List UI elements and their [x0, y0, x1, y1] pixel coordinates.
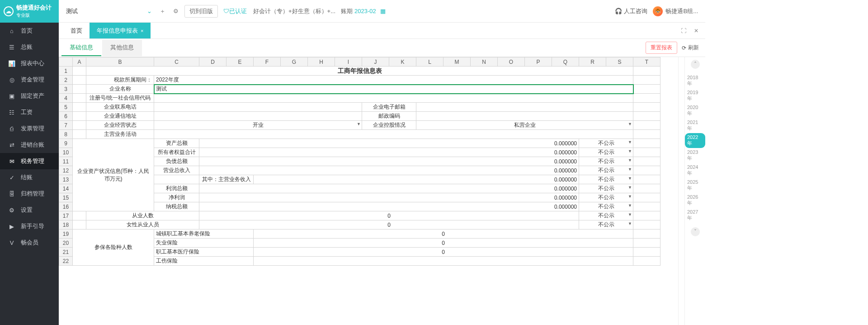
row-header-7[interactable]: 7 — [59, 121, 73, 130]
row-header-8[interactable]: 8 — [59, 130, 73, 139]
postcode-input[interactable] — [416, 112, 633, 121]
company-selector[interactable]: 测试 ⌄ — [66, 7, 152, 15]
company-name-input[interactable]: 测试 — [154, 85, 633, 94]
row-header-18[interactable]: 18 — [59, 220, 73, 229]
fin-pub-9[interactable]: 不公示▼ — [579, 139, 633, 148]
year-up-icon[interactable]: ˄ — [691, 60, 700, 69]
col-header-P[interactable]: P — [525, 57, 552, 67]
expand-icon[interactable]: ⛶ — [678, 25, 689, 36]
col-header-I[interactable]: I — [335, 57, 362, 67]
fin-pub-11[interactable]: 不公示▼ — [579, 157, 633, 166]
fin-value-16[interactable]: 0.000000 — [199, 202, 579, 211]
switch-old-button[interactable]: 切到旧版 — [184, 5, 218, 18]
female-pub[interactable]: 不公示▼ — [579, 220, 633, 229]
year-2027年[interactable]: 2027年 — [685, 208, 705, 223]
row-header-5[interactable]: 5 — [59, 103, 73, 112]
row-header-9[interactable]: 9 — [59, 139, 73, 148]
period-value[interactable]: 2022年度 — [154, 76, 633, 85]
col-header-O[interactable]: O — [498, 57, 525, 67]
email-input[interactable] — [416, 103, 633, 112]
holding-select[interactable]: 私营企业▼ — [416, 121, 633, 130]
year-2018年[interactable]: 2018年 — [685, 73, 705, 88]
col-header-Q[interactable]: Q — [552, 57, 579, 67]
sidebar-item-invoice[interactable]: ⎙发票管理 — [0, 120, 59, 137]
sidebar-item-settings[interactable]: ⚙设置 — [0, 202, 59, 218]
close-tab-icon[interactable]: ✕ — [691, 25, 702, 36]
sidebar-item-guide[interactable]: ▶新手引导 — [0, 218, 59, 234]
period-value[interactable]: 2023-02 — [354, 8, 376, 14]
addr-input[interactable] — [154, 112, 362, 121]
col-header-D[interactable]: D — [199, 57, 226, 67]
sidebar-item-report[interactable]: 📊报表中心 — [0, 55, 59, 72]
row-header-21[interactable]: 21 — [59, 248, 73, 257]
emp-value[interactable]: 0 — [199, 211, 579, 220]
row-header-10[interactable]: 10 — [59, 148, 73, 157]
year-2024年[interactable]: 2024年 — [685, 163, 705, 178]
spreadsheet[interactable]: ABCDEFGHIJKLMNOPQRST1工商年报信息表2税款所属期间：2022… — [59, 57, 678, 325]
sidebar-item-funds[interactable]: ◎资金管理 — [0, 72, 59, 88]
row-header-14[interactable]: 14 — [59, 184, 73, 193]
ins-value-22[interactable] — [254, 257, 633, 266]
col-header-C[interactable]: C — [154, 57, 199, 67]
col-header-F[interactable]: F — [254, 57, 281, 67]
year-2021年[interactable]: 2021年 — [685, 118, 705, 133]
tab-年报信息申报表[interactable]: 年报信息申报表× — [90, 23, 151, 38]
row-header-3[interactable]: 3 — [59, 85, 73, 94]
year-2022年[interactable]: 2022年 — [685, 133, 705, 148]
sidebar-item-stock[interactable]: ⇄进销台账 — [0, 137, 59, 153]
row-header-19[interactable]: 19 — [59, 229, 73, 239]
year-2019年[interactable]: 2019年 — [685, 88, 705, 103]
support-link[interactable]: 🎧 人工咨询 — [615, 7, 647, 15]
row-header-1[interactable]: 1 — [59, 67, 73, 76]
col-header-T[interactable]: T — [633, 57, 660, 67]
year-2026年[interactable]: 2026年 — [685, 193, 705, 208]
ins-value-19[interactable]: 0 — [254, 229, 633, 239]
fin-pub-10[interactable]: 不公示▼ — [579, 148, 633, 157]
ins-value-21[interactable]: 0 — [254, 248, 633, 257]
emp-pub[interactable]: 不公示▼ — [579, 211, 633, 220]
row-header-13[interactable]: 13 — [59, 175, 73, 184]
op-status-select[interactable]: 开业▼ — [154, 121, 362, 130]
year-2020年[interactable]: 2020年 — [685, 103, 705, 118]
col-header-A[interactable]: A — [73, 57, 86, 67]
sidebar-item-ledger[interactable]: ☰总账 — [0, 39, 59, 55]
sidebar-item-tax[interactable]: ✉税务管理 — [0, 153, 59, 169]
sidebar-item-salary[interactable]: ☷工资 — [0, 104, 59, 120]
year-2025年[interactable]: 2025年 — [685, 178, 705, 193]
row-header-2[interactable]: 2 — [59, 76, 73, 85]
female-value[interactable]: 0 — [199, 220, 579, 229]
row-header-20[interactable]: 20 — [59, 239, 73, 248]
col-header-H[interactable]: H — [308, 57, 335, 67]
row-header-17[interactable]: 17 — [59, 211, 73, 220]
year-down-icon[interactable]: ˅ — [691, 227, 700, 236]
row-header-6[interactable]: 6 — [59, 112, 73, 121]
fin-value-9[interactable]: 0.000000 — [199, 139, 579, 148]
fin-pub-13[interactable]: 不公示▼ — [579, 175, 633, 184]
main-biz-input[interactable] — [154, 130, 633, 139]
row-header-11[interactable]: 11 — [59, 157, 73, 166]
fin-value-10[interactable]: 0.000000 — [199, 148, 579, 157]
fin-value-13[interactable]: 0.000000 — [254, 175, 579, 184]
phone-input[interactable] — [154, 103, 362, 112]
fin-pub-12[interactable]: 不公示▼ — [579, 166, 633, 175]
fin-value-15[interactable]: 0.000000 — [199, 193, 579, 202]
reg-no-input[interactable] — [154, 94, 633, 103]
fin-value-12[interactable]: 0.000000 — [199, 166, 579, 175]
brand-logo[interactable]: ☁ 畅捷通好会计 专业版 — [0, 0, 59, 23]
col-header-J[interactable]: J — [362, 57, 389, 67]
user-menu[interactable]: 🐯 畅捷通B组... — [653, 6, 698, 16]
row-header-12[interactable]: 12 — [59, 166, 73, 175]
row-header-16[interactable]: 16 — [59, 202, 73, 211]
row-header-4[interactable]: 4 — [59, 94, 73, 103]
corner-cell[interactable] — [59, 57, 73, 67]
refresh-button[interactable]: ⟳ 刷新 — [682, 44, 699, 52]
row-header-22[interactable]: 22 — [59, 257, 73, 266]
col-header-S[interactable]: S — [606, 57, 633, 67]
fin-value-14[interactable]: 0.000000 — [199, 184, 579, 193]
fin-value-11[interactable]: 0.000000 — [199, 157, 579, 166]
col-header-K[interactable]: K — [389, 57, 416, 67]
col-header-G[interactable]: G — [281, 57, 308, 67]
ins-value-20[interactable]: 0 — [254, 239, 633, 248]
sidebar-item-asset[interactable]: ▣固定资产 — [0, 88, 59, 104]
sidebar-item-home[interactable]: ⌂首页 — [0, 23, 59, 39]
